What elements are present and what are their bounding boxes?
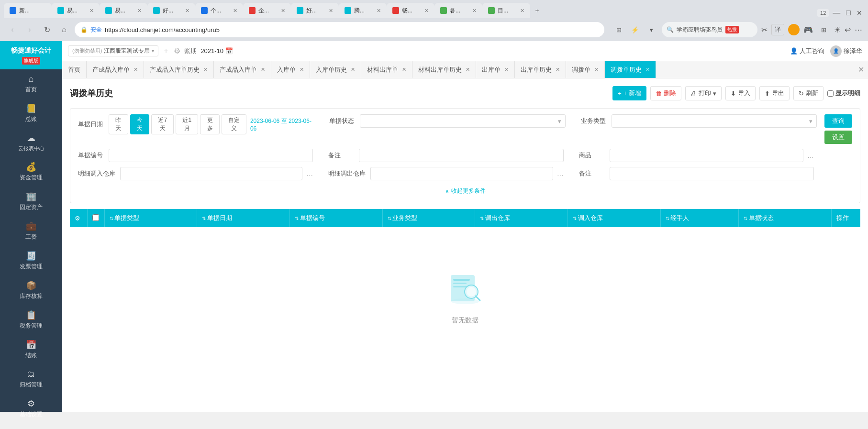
- refresh-button[interactable]: ↻: [40, 23, 54, 36]
- page-tab-material-out-history[interactable]: 材料出库单历史 ✕: [412, 61, 476, 78]
- table-header-biz-type[interactable]: ⇅ 业务类型: [382, 209, 475, 227]
- browser-tab-11[interactable]: 目... ✕: [482, 3, 530, 18]
- collapse-button[interactable]: ∧ 收起更多条件: [78, 185, 852, 197]
- biztype-select[interactable]: ▾: [612, 114, 817, 128]
- sidebar-logo[interactable]: 畅捷通好会计 旗舰版: [0, 41, 62, 69]
- export-button[interactable]: ⬆ 导出: [759, 86, 790, 100]
- tab-close-6[interactable]: ✕: [281, 8, 285, 14]
- add-company-button[interactable]: ＋: [162, 46, 170, 56]
- more-icon[interactable]: ⋯: [855, 25, 862, 34]
- page-tab-product-in-history[interactable]: 产成品入库单历史 ✕: [144, 61, 214, 78]
- gamepad-icon[interactable]: 🎮: [803, 25, 813, 34]
- settings-gear-icon[interactable]: ⚙: [174, 46, 180, 55]
- menu-down-button[interactable]: ▾: [645, 23, 658, 36]
- browser-tab-6[interactable]: 企... ✕: [243, 3, 291, 18]
- browser-tab-10[interactable]: 各... ✕: [434, 3, 482, 18]
- extensions-button[interactable]: ⊞: [612, 23, 625, 36]
- browser-tab-7[interactable]: 好... ✕: [291, 3, 339, 18]
- page-tab-home[interactable]: 首页: [62, 61, 87, 78]
- tab-close-2[interactable]: ✕: [89, 8, 94, 14]
- tab-close-8[interactable]: ✕: [377, 8, 381, 14]
- sidebar-item-salary[interactable]: 💼 工资: [0, 216, 62, 246]
- display-cols-checkbox[interactable]: [827, 90, 834, 97]
- page-tab-close-5[interactable]: ✕: [351, 66, 355, 73]
- page-tab-close-1[interactable]: ✕: [134, 66, 138, 73]
- address-bar[interactable]: 🔒 安全 https://cloud.chanjet.com/accountin…: [75, 22, 604, 37]
- table-header-in-warehouse[interactable]: ⇅ 调入仓库: [568, 209, 660, 227]
- minimize-button[interactable]: —: [831, 9, 842, 17]
- select-all-checkbox[interactable]: [92, 214, 99, 221]
- table-header-gear[interactable]: ⚙: [70, 209, 87, 227]
- sidebar-item-settings[interactable]: ⚙ 基础设置: [0, 394, 62, 423]
- refresh-button[interactable]: ↻ 刷新: [793, 86, 823, 100]
- browser-tab-5[interactable]: 个... ✕: [195, 3, 243, 18]
- sidebar-item-tax[interactable]: 📋 税务管理: [0, 305, 62, 335]
- forward-button[interactable]: ›: [23, 23, 36, 36]
- sidebar-item-invoice[interactable]: 🧾 发票管理: [0, 246, 62, 275]
- tab-close-3[interactable]: ✕: [137, 8, 142, 14]
- browser-tab-9[interactable]: 畅... ✕: [387, 3, 434, 18]
- page-tab-close-4[interactable]: ✕: [300, 66, 304, 73]
- date-btn-more[interactable]: 更多: [200, 114, 220, 134]
- search-bar[interactable]: 🔍 学霸应聘场驱鸟员 热搜: [662, 22, 757, 37]
- tab-close-7[interactable]: ✕: [329, 8, 333, 14]
- date-btn-month[interactable]: 近1月: [176, 114, 198, 134]
- goods-input[interactable]: [610, 149, 803, 162]
- extension-icon-1[interactable]: [788, 24, 800, 35]
- new-tab-button[interactable]: ＋: [530, 3, 544, 18]
- browser-tab-4[interactable]: 好... ✕: [147, 3, 195, 18]
- company-selector[interactable]: (勿删勿禁用) 江西服宝测试专用 ▾: [68, 45, 158, 56]
- setting-button[interactable]: 设置: [824, 131, 852, 144]
- brightness-icon[interactable]: ☀: [834, 25, 841, 34]
- date-btn-yesterday[interactable]: 昨天: [109, 114, 128, 134]
- tab-close-4[interactable]: ✕: [185, 8, 189, 14]
- lightning-button[interactable]: ⚡: [628, 23, 642, 36]
- sidebar-item-guide[interactable]: 📖 新手引导: [0, 423, 62, 429]
- note2-input[interactable]: [610, 167, 814, 180]
- page-tab-close-3[interactable]: ✕: [261, 66, 265, 73]
- status-select[interactable]: ▾: [360, 114, 565, 128]
- table-header-out-warehouse[interactable]: ⇅ 调出仓库: [475, 209, 568, 227]
- table-header-handler[interactable]: ⇅ 经手人: [660, 209, 739, 227]
- maximize-button[interactable]: □: [844, 9, 853, 17]
- detail-in-input[interactable]: [120, 167, 302, 180]
- table-header-order-type[interactable]: ⇅ 单据类型: [104, 209, 197, 227]
- sidebar-item-archive[interactable]: 🗂 归档管理: [0, 364, 62, 394]
- display-cols-toggle[interactable]: 显示明细: [827, 89, 860, 98]
- page-tab-product-in2[interactable]: 产成品入库单 ✕: [214, 61, 271, 78]
- close-button[interactable]: ✕: [855, 9, 864, 17]
- browser-tab-3[interactable]: 易... ✕: [100, 3, 147, 18]
- browser-tab-2[interactable]: 易... ✕: [52, 3, 100, 18]
- table-header-order-date[interactable]: ⇅ 单据日期: [197, 209, 290, 227]
- grid-icon[interactable]: ⊞: [817, 23, 830, 36]
- sidebar-item-asset[interactable]: 🏢 固定资产: [0, 187, 62, 216]
- page-tab-close-11[interactable]: ✕: [645, 66, 650, 73]
- tab-close-9[interactable]: ✕: [424, 8, 429, 14]
- detail-out-ellipsis-button[interactable]: …: [557, 170, 564, 177]
- page-tab-close-9[interactable]: ✕: [556, 66, 560, 73]
- sidebar-item-ledger[interactable]: 📒 总账: [0, 99, 62, 128]
- tab-close-5[interactable]: ✕: [233, 8, 237, 14]
- back-button[interactable]: ‹: [6, 23, 19, 36]
- service-button[interactable]: 👤 人工咨询: [790, 47, 824, 55]
- page-tab-product-in[interactable]: 产成品入库单 ✕: [87, 61, 144, 78]
- table-header-status[interactable]: ⇅ 单据状态: [739, 209, 832, 227]
- page-tab-close-10[interactable]: ✕: [594, 66, 599, 73]
- date-btn-custom[interactable]: 自定义: [222, 114, 246, 134]
- tab-close-10[interactable]: ✕: [472, 8, 477, 14]
- biztype-select-display[interactable]: ▾: [612, 114, 817, 128]
- page-tab-transfer-history[interactable]: 调拨单历史 ✕: [605, 61, 656, 78]
- print-button[interactable]: 🖨 打印 ▾: [685, 86, 722, 100]
- page-tab-in-order[interactable]: 入库单 ✕: [271, 61, 310, 78]
- detail-in-ellipsis-button[interactable]: …: [306, 170, 313, 177]
- detail-out-input[interactable]: [370, 167, 553, 180]
- import-button[interactable]: ⬇ 导入: [725, 86, 756, 100]
- close-all-tabs-button[interactable]: ✕: [854, 65, 868, 74]
- page-tab-material-out[interactable]: 材料出库单 ✕: [361, 61, 412, 78]
- note-input[interactable]: [359, 149, 563, 162]
- tab-close-11[interactable]: ✕: [520, 8, 524, 14]
- delete-button[interactable]: 🗑 删除: [650, 86, 681, 100]
- page-tab-close-2[interactable]: ✕: [203, 66, 208, 73]
- home-button[interactable]: ⌂: [57, 23, 71, 36]
- sidebar-item-home[interactable]: ⌂ 首页: [0, 69, 62, 99]
